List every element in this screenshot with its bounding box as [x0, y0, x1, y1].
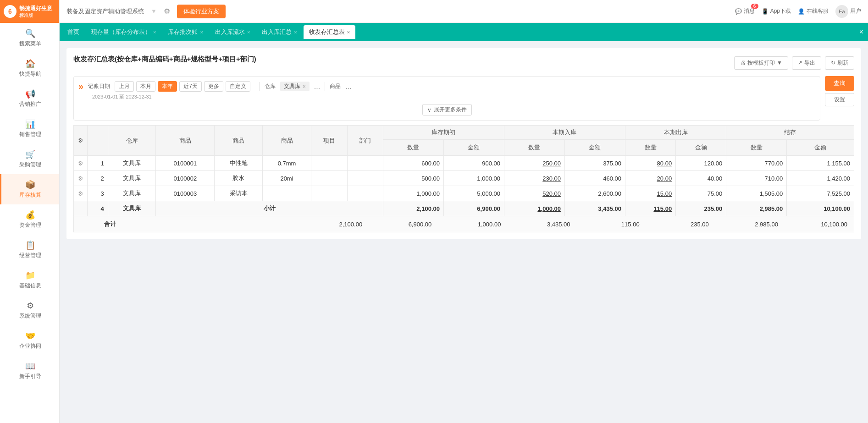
sidebar-item-inventory[interactable]: 📦 库存核算	[0, 174, 59, 204]
row-in-qty[interactable]: 250.00	[504, 156, 564, 171]
sidebar-item-sales[interactable]: 📊 销售管理	[0, 114, 59, 144]
tab-bar-close-button[interactable]: ×	[857, 26, 866, 38]
warehouse-more[interactable]: ...	[314, 82, 320, 91]
download-icon: 📱	[762, 8, 768, 15]
sidebar-label-collab: 企业协同	[19, 342, 41, 350]
row-out-qty[interactable]: 80.00	[625, 156, 675, 171]
total-in-qty: 1,000.00	[435, 221, 504, 228]
product-more[interactable]: ...	[345, 82, 351, 91]
row-no: 3	[88, 186, 108, 201]
row-opening-amt: 5,000.00	[443, 186, 504, 201]
row-dept	[347, 186, 383, 201]
date-shortcut-本年[interactable]: 本年	[158, 81, 177, 92]
date-shortcut-更多[interactable]: 更多	[204, 81, 223, 92]
message-icon: 💬	[735, 8, 742, 15]
sidebar-item-marketing[interactable]: 📢 营销推广	[0, 83, 59, 114]
messages-button[interactable]: 💬 消息 6	[735, 7, 755, 15]
sidebar-item-basic-info[interactable]: 📁 基础信息	[0, 265, 59, 295]
tab-in-out-summary[interactable]: 出入库汇总×	[256, 25, 302, 39]
date-filter-label: 记账日期	[88, 82, 110, 90]
row-warehouse: 文具库	[108, 156, 156, 171]
date-shortcut-上月[interactable]: 上月	[115, 81, 134, 92]
subtotal-in-qty[interactable]: 1,000.00	[504, 201, 564, 216]
row-opening-amt: 1,000.00	[443, 171, 504, 186]
warehouse-tag-close[interactable]: ×	[303, 83, 306, 90]
tab-close-batch-account[interactable]: ×	[200, 29, 203, 35]
col-closing-header: 结存	[726, 126, 854, 140]
col-settings-header[interactable]: ⚙	[74, 126, 88, 156]
sidebar-icon-finance: 💰	[25, 210, 35, 220]
sidebar-logo: 6 畅捷通好生意 标准版	[0, 0, 59, 23]
user-label: 用户	[850, 7, 861, 15]
row-out-qty[interactable]: 15.00	[625, 186, 675, 201]
tab-inventory-dist[interactable]: 现存量（库存分布表）×	[86, 25, 161, 39]
filter-settings-button[interactable]: 设置	[825, 93, 854, 106]
sidebar-icon-collab: 🤝	[25, 331, 35, 341]
row-project	[311, 156, 347, 171]
sidebar-item-guide[interactable]: 📖 新手引导	[0, 356, 59, 386]
row-gear[interactable]: ⚙	[74, 171, 88, 186]
total-in-amt: 3,435.00	[504, 221, 574, 228]
sidebar-item-collab[interactable]: 🤝 企业协同	[0, 325, 59, 356]
row-gear[interactable]: ⚙	[74, 186, 88, 201]
date-shortcut-本月[interactable]: 本月	[136, 81, 155, 92]
trial-button[interactable]: 体验行业方案	[177, 5, 226, 18]
row-out-qty[interactable]: 20.00	[625, 171, 675, 186]
sidebar-item-quick-nav[interactable]: 🏠 快捷导航	[0, 53, 59, 83]
settings-gear-icon[interactable]: ⚙	[164, 7, 170, 16]
row-out-amt: 40.00	[676, 171, 726, 186]
tab-home[interactable]: 首页	[62, 25, 85, 39]
subtotal-out-amt: 235.00	[676, 201, 726, 216]
date-shortcut-近7天[interactable]: 近7天	[179, 81, 202, 92]
col-name-header: 商品	[215, 126, 263, 156]
sidebar-item-finance[interactable]: 💰 资金管理	[0, 204, 59, 235]
sidebar-item-operations[interactable]: 📋 经营管理	[0, 235, 59, 265]
subtotal-opening-amt: 6,900.00	[443, 201, 504, 216]
expand-filters-button[interactable]: ∨ 展开更多条件	[422, 104, 472, 115]
page-title: 收发存汇总表(按仓库+商品编码+商品+规格型号+项目+部门)	[73, 55, 256, 64]
print-button[interactable]: 🖨 按模板打印 ▼	[734, 56, 788, 70]
row-no: 1	[88, 156, 108, 171]
date-shortcut-自定义[interactable]: 自定义	[226, 81, 250, 92]
col-project-header: 项目	[311, 126, 347, 156]
tab-batch-account[interactable]: 库存批次账×	[162, 25, 208, 39]
tab-in-out-flow[interactable]: 出入库流水×	[210, 25, 255, 39]
system-title: 装备及固定资产辅助管理系统	[66, 7, 144, 16]
tab-close-recv-send-summary[interactable]: ×	[347, 29, 350, 35]
row-gear[interactable]: ⚙	[74, 156, 88, 171]
subtotal-gear	[74, 201, 88, 216]
sidebar-icon-system: ⚙	[27, 301, 34, 311]
tab-recv-send-summary[interactable]: 收发存汇总表×	[304, 25, 355, 39]
sidebar-item-search[interactable]: 🔍 搜索菜单	[0, 23, 59, 53]
refresh-button[interactable]: ↻ 刷新	[825, 56, 854, 70]
col-out-header: 本期出库	[625, 126, 726, 140]
sidebar-nav: 🔍 搜索菜单 🏠 快捷导航 📢 营销推广 📊 销售管理 🛒 采购管理 📦 库存核…	[0, 23, 59, 423]
sidebar-item-purchase[interactable]: 🛒 采购管理	[0, 144, 59, 174]
expand-icon: ∨	[427, 107, 431, 113]
main-area: 装备及固定资产辅助管理系统 ▼ ⚙ 体验行业方案 💬 消息 6 📱 App下载 …	[60, 0, 868, 423]
query-button[interactable]: 查询	[825, 76, 854, 91]
print-icon: 🖨	[740, 60, 746, 66]
online-service-button[interactable]: 👤 在线客服	[798, 7, 829, 15]
user-menu[interactable]: Ea 用户	[835, 5, 861, 18]
row-in-qty[interactable]: 520.00	[504, 186, 564, 201]
col-spec-header: 商品	[262, 126, 311, 156]
row-spec: 20ml	[262, 171, 311, 186]
sidebar-item-system[interactable]: ⚙ 系统管理	[0, 295, 59, 325]
warehouse-filter-label: 仓库	[265, 82, 276, 90]
sidebar-label-quick-nav: 快捷导航	[19, 70, 41, 78]
row-closing-amt: 7,525.00	[787, 186, 854, 201]
col-code-header: 商品	[156, 126, 215, 156]
filter-toggle-icon[interactable]: »	[78, 81, 83, 92]
tab-close-in-out-summary[interactable]: ×	[294, 29, 297, 35]
export-button[interactable]: ↗ 导出	[792, 56, 821, 70]
tab-close-in-out-flow[interactable]: ×	[247, 29, 250, 35]
col-dept-header: 部门	[347, 126, 383, 156]
tab-close-inventory-dist[interactable]: ×	[153, 29, 156, 35]
subtotal-out-qty[interactable]: 115.00	[625, 201, 675, 216]
print-label: 按模板打印	[747, 59, 775, 67]
app-download-button[interactable]: 📱 App下载	[762, 7, 791, 15]
row-code: 0100003	[156, 186, 215, 201]
row-in-qty[interactable]: 230.00	[504, 171, 564, 186]
row-name: 采访本	[215, 186, 263, 201]
